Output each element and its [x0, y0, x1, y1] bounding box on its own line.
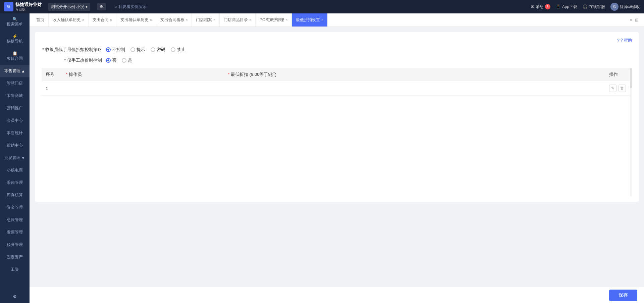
radio-password-circle: [151, 47, 155, 52]
sidebar-settings-btn[interactable]: ⚙: [0, 290, 30, 303]
sidebar-item-help-label: 帮助中心: [2, 143, 28, 148]
sidebar-item-retail-label: 零售管理: [4, 68, 20, 74]
radio-hint[interactable]: 提示: [130, 47, 145, 53]
sidebar-item-quicknav-label: 快捷导航: [2, 39, 28, 44]
radio-hint-label: 提示: [137, 47, 145, 53]
settings-btn[interactable]: ⚙: [97, 3, 106, 10]
tab-close-icon[interactable]: ×: [630, 17, 632, 22]
sidebar-item-assets[interactable]: 固定资产: [0, 251, 30, 263]
notifications-btn[interactable]: ✉ 消息 8: [531, 4, 550, 10]
sidebar-item-member[interactable]: 会员中心: [0, 114, 30, 127]
tab-pos-pwd-close[interactable]: ×: [285, 18, 287, 22]
tab-payment-board[interactable]: 支出合同看板 ×: [156, 13, 192, 27]
tab-store-product[interactable]: 门店商品目录 ×: [220, 13, 256, 27]
sidebar-item-ecommerce[interactable]: 小畅电商: [0, 164, 30, 176]
radio-password[interactable]: 密码: [151, 47, 165, 53]
sidebar-item-inventory[interactable]: 库存核算: [0, 189, 30, 201]
delete-row-1-btn[interactable]: 🗑: [619, 85, 626, 92]
th-operator-label: 操作员: [69, 72, 82, 77]
sidebar-item-capital[interactable]: 资金管理: [0, 201, 30, 214]
manual-price-row: * 仅手工改价时控制 否 是: [42, 57, 632, 63]
th-operator: * 操作员: [62, 68, 224, 81]
tab-home-label: 首页: [36, 17, 44, 23]
radio-no-control-circle: [106, 47, 111, 52]
sidebar-item-wholesale[interactable]: 批发管理 ▼: [0, 152, 30, 164]
sidebar-item-quicknav[interactable]: ⚡ 快捷导航: [0, 31, 30, 48]
edit-icon: ✎: [611, 86, 614, 91]
help-link[interactable]: ? ? 帮助: [617, 38, 632, 43]
quicknav-icon: ⚡: [2, 34, 28, 39]
tab-income-confirm-label: 收入确认单历史: [53, 17, 81, 23]
sidebar-item-retail-stats[interactable]: 零售统计: [0, 127, 30, 139]
sidebar-item-ledger-label: 总账管理: [2, 217, 28, 223]
td-min-discount-1: [224, 81, 605, 96]
mobile-icon: 📱: [556, 4, 561, 9]
sidebar-item-invoice-label: 发票管理: [2, 230, 28, 235]
sidebar-item-tax[interactable]: 税务管理: [0, 239, 30, 251]
tab-payment-board-close[interactable]: ×: [186, 18, 188, 22]
tab-payment-confirm[interactable]: 支出确认单历史 ×: [116, 13, 156, 27]
discount-policy-label-text: * 收银员低于最低折扣控制策略: [42, 47, 102, 52]
tab-pos-pwd[interactable]: POS加密管理 ×: [256, 13, 292, 27]
logo-main-text: 畅捷通好业财: [15, 2, 42, 7]
tab-maximize-icon[interactable]: ⊞: [635, 17, 639, 22]
tab-home[interactable]: 首页: [32, 13, 49, 27]
help-link-label: ? 帮助: [621, 38, 632, 43]
customer-service-btn[interactable]: 🎧 在线客服: [583, 4, 605, 10]
sidebar-item-assets-label: 固定资产: [2, 254, 28, 260]
sidebar-item-project[interactable]: 📋 项目合同: [0, 48, 30, 65]
demo-link[interactable]: ○ 我要看实例演示: [114, 4, 146, 10]
tab-store-product-close[interactable]: ×: [249, 18, 251, 22]
notification-badge: 8: [545, 4, 550, 9]
sidebar-item-salary-label: 工资: [2, 267, 28, 272]
gear-icon: ⚙: [13, 294, 17, 299]
th-actions: 操作: [605, 68, 632, 81]
radio-manual-yes-circle: [122, 58, 126, 63]
tab-income-confirm[interactable]: 收入确认单历史 ×: [49, 13, 89, 27]
sidebar-item-ledger[interactable]: 总账管理: [0, 214, 30, 226]
tab-min-discount-close[interactable]: ×: [321, 18, 323, 22]
sidebar-item-help[interactable]: 帮助中心: [0, 139, 30, 152]
manual-price-radio-group: 否 是: [106, 57, 132, 63]
chevron-up-icon: ▲: [21, 69, 25, 73]
tab-payment-contract[interactable]: 支出合同 ×: [89, 13, 116, 27]
tab-store-archive[interactable]: 门店档案 ×: [192, 13, 220, 27]
sidebar-item-invoice[interactable]: 发票管理: [0, 226, 30, 239]
user-profile-btn[interactable]: 徐 徐泽华修改: [610, 3, 640, 11]
table-header-row: 序号 * 操作员 * 最低折扣 (9.00等于9折): [42, 68, 632, 81]
tab-store-archive-close[interactable]: ×: [213, 18, 215, 22]
radio-no-control[interactable]: 不控制: [106, 47, 125, 53]
sidebar-item-purchase[interactable]: 采购管理: [0, 176, 30, 189]
radio-manual-yes[interactable]: 是: [122, 57, 132, 63]
edit-row-1-btn[interactable]: ✎: [609, 85, 616, 92]
td-operator-1: [62, 81, 224, 96]
radio-manual-no-label: 否: [112, 57, 116, 63]
radio-manual-no[interactable]: 否: [106, 57, 116, 63]
tab-store-product-label: 门店商品目录: [224, 17, 248, 23]
app-download-btn[interactable]: 📱 App下载: [556, 4, 577, 10]
tab-income-confirm-close[interactable]: ×: [82, 18, 84, 22]
sidebar-item-search[interactable]: 🔍 搜索菜单: [0, 13, 30, 31]
form-card: ? ? 帮助 * 收银员低于最低折扣控制策略 不控制: [35, 32, 639, 202]
sidebar-item-marketing[interactable]: 营销推广: [0, 102, 30, 114]
sidebar-item-smart-store[interactable]: 智慧门店: [0, 77, 30, 90]
sidebar-item-purchase-label: 采购管理: [2, 180, 28, 186]
project-selector[interactable]: 测试分开示例·小况 ▾: [48, 3, 90, 11]
tab-payment-contract-close[interactable]: ×: [110, 18, 112, 22]
radio-forbid[interactable]: 禁止: [171, 47, 185, 53]
sidebar-item-ecommerce-label: 小畅电商: [2, 167, 28, 173]
vertical-scrollbar[interactable]: [630, 68, 632, 196]
avatar: 徐: [610, 3, 619, 11]
manual-price-label-text: * 仅手工改价时控制: [64, 58, 102, 63]
tab-payment-confirm-close[interactable]: ×: [150, 18, 152, 22]
sidebar-item-online-store[interactable]: 零售商城: [0, 90, 30, 102]
sidebar-item-retail[interactable]: 零售管理 ▲: [0, 65, 30, 77]
header-right: ✉ 消息 8 📱 App下载 🎧 在线客服 徐 徐泽华修改: [531, 3, 640, 11]
sidebar-item-search-label: 搜索菜单: [2, 21, 28, 27]
sidebar-item-salary[interactable]: 工资: [0, 263, 30, 276]
tab-min-discount[interactable]: 最低折扣设置 ×: [292, 13, 328, 27]
table-empty-cell: [42, 96, 632, 196]
save-button[interactable]: 保存: [609, 290, 637, 301]
seq-value-1: 1: [46, 86, 48, 91]
demo-circle-icon: ○: [114, 4, 117, 9]
